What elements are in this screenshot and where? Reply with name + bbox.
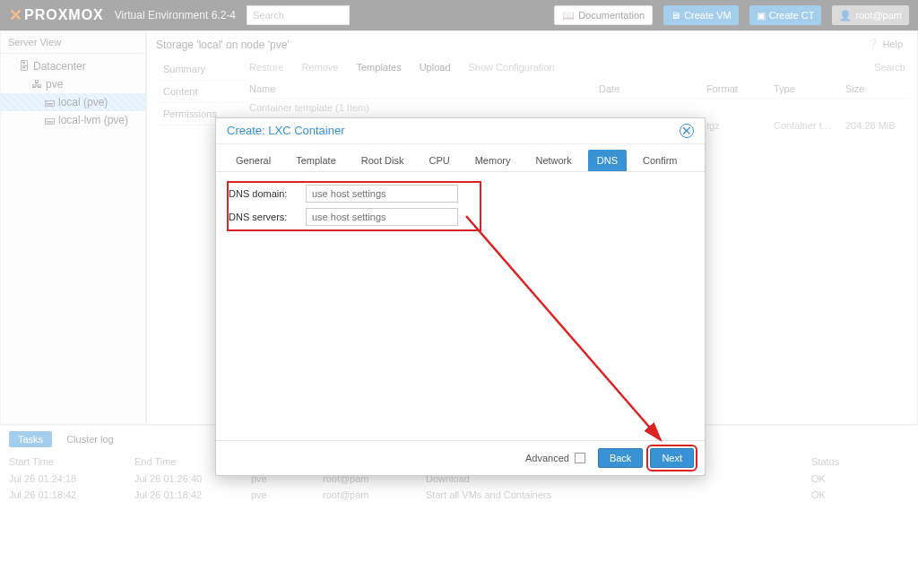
tab-cpu[interactable]: CPU	[420, 150, 458, 171]
advanced-checkbox[interactable]	[575, 453, 585, 463]
dns-domain-input[interactable]	[306, 185, 458, 203]
next-button[interactable]: Next	[650, 448, 694, 468]
dns-servers-label: DNS servers:	[229, 212, 306, 222]
tab-dns[interactable]: DNS	[588, 150, 627, 171]
wizard-tabs: General Template Root Disk CPU Memory Ne…	[216, 144, 705, 172]
tab-template[interactable]: Template	[287, 150, 345, 171]
modal-title: Create: LXC Container	[227, 124, 345, 138]
tab-network[interactable]: Network	[526, 150, 580, 171]
dns-servers-input[interactable]	[306, 208, 458, 226]
tab-general[interactable]: General	[227, 150, 280, 171]
create-container-modal: Create: LXC Container ✕ General Template…	[215, 117, 706, 476]
dns-domain-label: DNS domain:	[229, 188, 306, 199]
advanced-label: Advanced	[525, 453, 569, 463]
close-icon[interactable]: ✕	[680, 124, 694, 138]
tab-root-disk[interactable]: Root Disk	[352, 150, 413, 171]
tab-confirm[interactable]: Confirm	[634, 150, 687, 171]
tab-memory[interactable]: Memory	[466, 150, 520, 171]
back-button[interactable]: Back	[598, 448, 643, 468]
